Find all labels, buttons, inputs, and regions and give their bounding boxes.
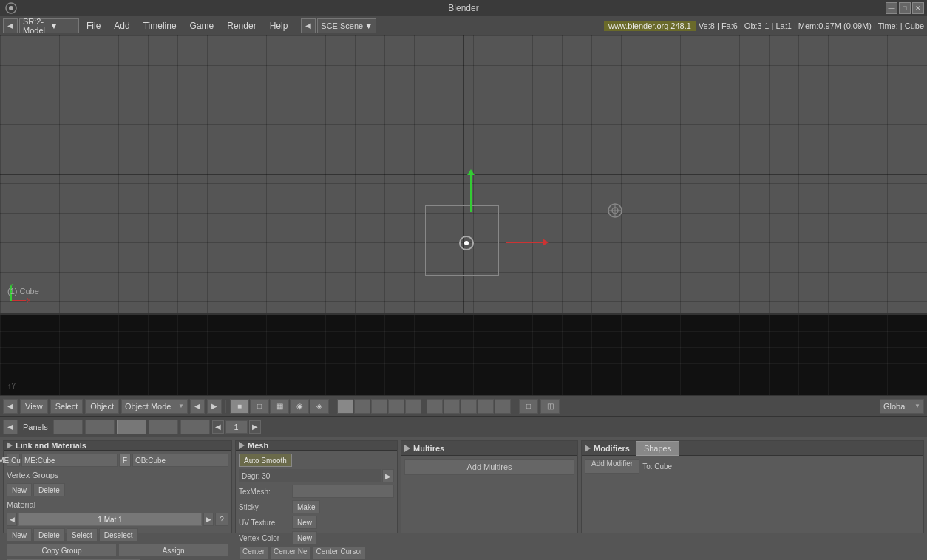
- deselect-mat-btn[interactable]: Deselect: [99, 528, 138, 542]
- select-mat-btn[interactable]: Select: [67, 528, 98, 542]
- menu-help[interactable]: Help: [264, 19, 294, 33]
- mode-dropdown[interactable]: Object Mode ▼: [121, 399, 188, 414]
- shapes-tab[interactable]: Shapes: [636, 441, 679, 456]
- engine-arrow-btn[interactable]: ◀: [3, 18, 18, 33]
- ob-field[interactable]: OB:Cube: [132, 454, 228, 467]
- multires-panel: Multires Add Multires: [401, 440, 578, 533]
- layer-btn-9[interactable]: [478, 399, 494, 414]
- add-modifier-btn[interactable]: Add Modifier: [585, 459, 639, 474]
- svg-point-1: [9, 6, 13, 10]
- mode5-btn[interactable]: ◈: [310, 399, 329, 414]
- mesh-body: Auto Smooth Degr: 30 ▶ TexMesh: Sticky M…: [236, 451, 397, 560]
- timeline-area[interactable]: ↑Y: [0, 315, 927, 396]
- assign-mat-btn[interactable]: Assign: [118, 544, 228, 557]
- cube-outline: [425, 205, 499, 276]
- modifiers-body: Add Modifier To: Cube: [582, 456, 923, 477]
- textured-mode-btn[interactable]: ▦: [270, 399, 289, 414]
- minimize-button[interactable]: —: [886, 2, 897, 14]
- object-name-label: (1) Cube: [7, 287, 39, 296]
- panel-tab-2[interactable]: [85, 420, 115, 434]
- me-field[interactable]: ME:Cube: [7, 454, 20, 467]
- global-dropdown[interactable]: Global ▼: [880, 399, 924, 414]
- mod-to-label: To: Cube: [642, 462, 672, 471]
- wire-mode-btn[interactable]: □: [250, 399, 269, 414]
- f-field[interactable]: F: [119, 454, 131, 467]
- new-uv-btn[interactable]: New: [292, 516, 317, 529]
- new-mat-btn[interactable]: New: [7, 528, 32, 542]
- auto-smooth-btn[interactable]: Auto Smooth: [239, 454, 292, 467]
- modifiers-expand-btn[interactable]: [585, 445, 591, 452]
- center-ne-btn[interactable]: Center Ne: [270, 547, 311, 560]
- menu-file[interactable]: File: [81, 19, 106, 33]
- vc-arrow-left[interactable]: ◀: [3, 399, 18, 414]
- view-btn[interactable]: View: [20, 399, 48, 414]
- panels-arrow[interactable]: ◀: [3, 420, 18, 434]
- link-materials-header: Link and Materials: [4, 441, 231, 451]
- page-next-btn[interactable]: ▶: [249, 420, 261, 434]
- layer-btn-3[interactable]: [371, 399, 387, 414]
- shaded-mode-btn[interactable]: ◉: [290, 399, 309, 414]
- object-btn[interactable]: Object: [85, 399, 119, 414]
- camera-view-btn[interactable]: ◫: [540, 399, 560, 414]
- layer-btn-10[interactable]: [495, 399, 511, 414]
- mat-name-field[interactable]: 1 Mat 1: [18, 513, 202, 526]
- vc-nav-left[interactable]: ◀: [190, 399, 205, 414]
- window-controls: — □ ✕: [886, 2, 924, 14]
- layer-btn-2[interactable]: [354, 399, 370, 414]
- menu-add[interactable]: Add: [108, 19, 135, 33]
- layer-btn-8[interactable]: [461, 399, 477, 414]
- degr-arrow-btn[interactable]: ▶: [382, 469, 394, 482]
- panel-tab-5[interactable]: [180, 420, 210, 434]
- link-materials-panel: Link and Materials ME:Cube ME:Cube F OB:…: [3, 440, 232, 533]
- menu-game[interactable]: Game: [184, 19, 220, 33]
- panel-tab-3[interactable]: [117, 420, 146, 434]
- vc-nav-right[interactable]: ▶: [207, 399, 222, 414]
- lm-body: ME:Cube ME:Cube F OB:Cube Vertex Groups …: [4, 451, 231, 560]
- lm-expand-btn[interactable]: [7, 442, 13, 449]
- menu-render[interactable]: Render: [221, 19, 262, 33]
- window-title: Blender: [448, 3, 478, 13]
- engine-dropdown[interactable]: SR:2-Model ▼: [19, 18, 79, 33]
- cube-object: [425, 205, 499, 276]
- delete-mat-btn[interactable]: Delete: [33, 528, 65, 542]
- me-name-field[interactable]: ME:Cube: [21, 454, 118, 467]
- mat-q-btn[interactable]: ?: [215, 513, 228, 526]
- mod-row: Add Modifier To: Cube: [585, 459, 920, 474]
- panel-tab-4[interactable]: [149, 420, 178, 434]
- layer-btn-5[interactable]: [405, 399, 421, 414]
- panel-tab-1[interactable]: [53, 420, 83, 434]
- panels-label: Panels: [23, 423, 48, 431]
- select-btn[interactable]: Select: [50, 399, 84, 414]
- multires-expand-btn[interactable]: [404, 445, 410, 452]
- mesh-expand-btn[interactable]: [239, 442, 245, 449]
- layer-btn-4[interactable]: [388, 399, 404, 414]
- close-button[interactable]: ✕: [912, 2, 924, 14]
- new-vg-btn[interactable]: New: [7, 483, 32, 496]
- layer-btn-6[interactable]: [427, 399, 443, 414]
- center-cursor-btn[interactable]: Center Cursor: [313, 547, 367, 560]
- maximize-button[interactable]: □: [899, 2, 911, 14]
- scene-arrow-btn[interactable]: ◀: [301, 18, 316, 33]
- make-btn[interactable]: Make: [292, 500, 320, 513]
- tex-mesh-field[interactable]: [292, 485, 394, 498]
- new-vc-btn[interactable]: New: [292, 531, 317, 544]
- solid-mode-btn[interactable]: ■: [230, 399, 249, 414]
- scene-dropdown[interactable]: SCE:Scene ▼: [317, 18, 376, 33]
- vc-divider1: [225, 400, 226, 413]
- tex-mesh-label: TexMesh:: [239, 488, 291, 496]
- degr-field[interactable]: Degr: 30: [239, 469, 381, 482]
- page-prev-btn[interactable]: ◀: [212, 420, 224, 434]
- menu-timeline[interactable]: Timeline: [137, 19, 183, 33]
- modifiers-panel: Modifiers Shapes Add Modifier To: Cube: [581, 440, 924, 533]
- layer-btn-1[interactable]: [337, 399, 353, 414]
- mat-prev-btn[interactable]: ◀: [7, 513, 17, 526]
- mat-next-btn[interactable]: ▶: [203, 513, 214, 526]
- layer-btn-7[interactable]: [444, 399, 460, 414]
- add-multires-btn[interactable]: Add Multires: [404, 459, 574, 475]
- delete-vg-btn[interactable]: Delete: [33, 483, 65, 496]
- center-btn[interactable]: Center: [239, 547, 268, 560]
- viewport[interactable]: X Y (1) Cube: [0, 35, 927, 315]
- copy-group-btn[interactable]: Copy Group: [7, 544, 117, 557]
- viewport-controls-bar: ◀ View Select Object Object Mode ▼ ◀ ▶ ■…: [0, 396, 927, 417]
- lock-btn[interactable]: □: [519, 399, 538, 414]
